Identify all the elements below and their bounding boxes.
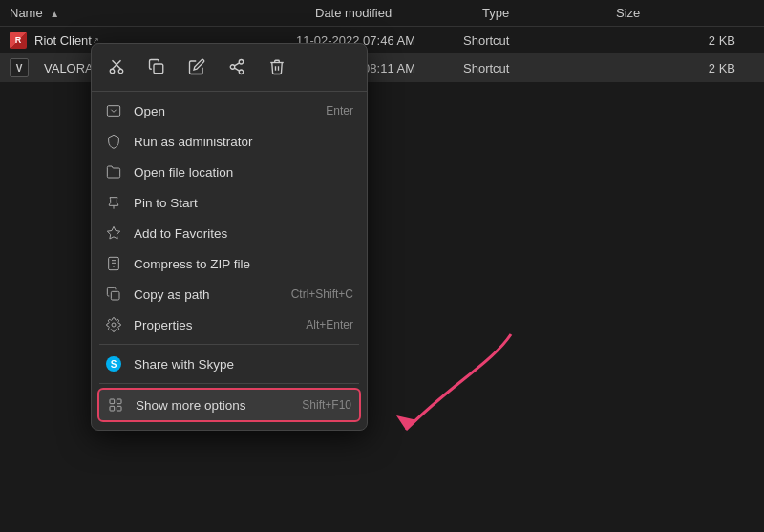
open-location-label: Open file location bbox=[134, 165, 233, 180]
svg-marker-12 bbox=[107, 226, 119, 239]
menu-item-open-location[interactable]: Open file location bbox=[92, 157, 367, 187]
svg-point-0 bbox=[110, 69, 115, 74]
cut-icon[interactable] bbox=[105, 55, 128, 83]
open-shortcut: Enter bbox=[326, 104, 353, 117]
copy-icon[interactable] bbox=[145, 55, 168, 83]
rename-icon[interactable] bbox=[185, 55, 208, 83]
size-column-header[interactable]: Size bbox=[616, 6, 754, 20]
skype-icon: S bbox=[105, 355, 122, 372]
menu-item-run-admin[interactable]: Run as administrator bbox=[92, 126, 367, 157]
svg-rect-4 bbox=[154, 64, 163, 74]
svg-rect-13 bbox=[109, 257, 119, 269]
svg-point-1 bbox=[118, 69, 123, 74]
menu-item-copy-path[interactable]: Copy as path Ctrl+Shift+C bbox=[92, 279, 367, 309]
pin-icon bbox=[105, 194, 122, 211]
svg-point-5 bbox=[239, 60, 244, 65]
valorant-icon: V bbox=[10, 58, 29, 77]
menu-item-compress-zip[interactable]: Compress to ZIP file bbox=[92, 248, 367, 279]
pin-start-label: Pin to Start bbox=[134, 196, 198, 210]
menu-item-open[interactable]: Open Enter bbox=[92, 96, 367, 126]
open-icon bbox=[105, 102, 122, 119]
delete-icon[interactable] bbox=[265, 55, 288, 83]
compress-zip-label: Compress to ZIP file bbox=[134, 257, 250, 271]
date-column-header[interactable]: Date modified bbox=[315, 6, 482, 20]
menu-item-pin-start[interactable]: Pin to Start bbox=[92, 187, 367, 218]
name-column-header[interactable]: Name ▲ bbox=[10, 6, 315, 20]
type-column-header[interactable]: Type bbox=[482, 6, 616, 20]
share-skype-label: Share with Skype bbox=[134, 357, 234, 372]
properties-label: Properties bbox=[134, 318, 193, 332]
context-toolbar bbox=[92, 48, 367, 92]
svg-rect-17 bbox=[111, 291, 119, 300]
menu-divider-2 bbox=[99, 383, 359, 384]
copy-path-label: Copy as path bbox=[134, 287, 210, 302]
svg-rect-21 bbox=[110, 406, 115, 411]
svg-rect-22 bbox=[117, 406, 121, 411]
copy-path-icon bbox=[105, 286, 122, 303]
menu-divider bbox=[99, 344, 359, 345]
menu-item-share-skype[interactable]: S Share with Skype bbox=[92, 349, 367, 379]
svg-line-8 bbox=[234, 68, 239, 71]
properties-icon bbox=[105, 316, 122, 333]
svg-point-7 bbox=[239, 70, 244, 74]
column-headers: Name ▲ Date modified Type Size bbox=[0, 0, 764, 27]
show-more-shortcut: Shift+F10 bbox=[302, 398, 351, 412]
zip-icon bbox=[105, 255, 122, 272]
star-icon bbox=[105, 224, 122, 242]
sort-indicator: ▲ bbox=[50, 9, 59, 19]
svg-point-18 bbox=[112, 323, 116, 327]
svg-marker-23 bbox=[396, 415, 417, 430]
valorant-size: 2 KB bbox=[597, 61, 754, 75]
folder-icon bbox=[105, 163, 122, 181]
context-menu: Open Enter Run as administrator Open fil… bbox=[91, 43, 368, 431]
menu-open-label: Open bbox=[134, 104, 165, 118]
share-icon[interactable] bbox=[225, 55, 248, 83]
svg-rect-10 bbox=[107, 106, 119, 117]
properties-shortcut: Alt+Enter bbox=[306, 318, 353, 331]
shield-icon bbox=[105, 133, 122, 150]
arrow-annotation bbox=[377, 325, 530, 453]
riot-client-icon: R bbox=[10, 32, 27, 49]
riot-client-type: Shortcut bbox=[463, 33, 597, 48]
riot-client-label: Riot Client bbox=[34, 33, 92, 48]
more-options-icon bbox=[107, 396, 124, 414]
copy-path-shortcut: Ctrl+Shift+C bbox=[291, 287, 353, 301]
svg-point-6 bbox=[230, 65, 235, 70]
show-more-label: Show more options bbox=[136, 398, 246, 413]
svg-line-9 bbox=[234, 63, 239, 66]
svg-rect-20 bbox=[117, 399, 121, 404]
menu-item-show-more[interactable]: Show more options Shift+F10 bbox=[97, 388, 361, 422]
menu-item-properties[interactable]: Properties Alt+Enter bbox=[92, 309, 367, 340]
svg-rect-19 bbox=[110, 399, 115, 404]
menu-item-add-favorites[interactable]: Add to Favorites bbox=[92, 218, 367, 248]
add-favorites-label: Add to Favorites bbox=[134, 226, 227, 241]
riot-client-size: 2 KB bbox=[597, 33, 754, 48]
run-admin-label: Run as administrator bbox=[134, 135, 253, 149]
explorer-background: Name ▲ Date modified Type Size R Riot Cl… bbox=[0, 0, 764, 532]
valorant-type: Shortcut bbox=[463, 61, 597, 75]
